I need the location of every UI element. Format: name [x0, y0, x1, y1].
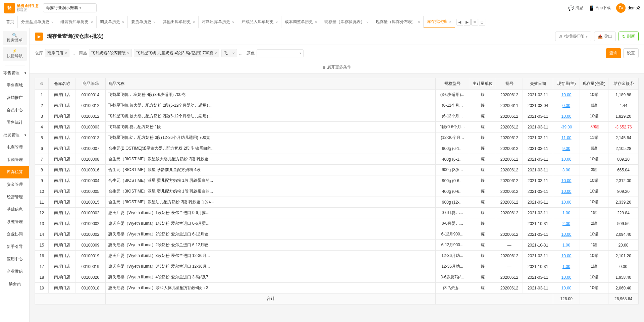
tab-close-3[interactable]: × — [122, 20, 124, 24]
tab-close-2[interactable]: × — [91, 20, 93, 24]
settings-icon[interactable]: ⚙ — [40, 82, 44, 86]
tab-2[interactable]: 组装拆卸单历史 × — [57, 16, 96, 28]
tab-9[interactable]: 现存量（库存状况表） × — [321, 16, 372, 28]
cell-batch: — — [496, 240, 523, 251]
warehouse-filter-tag[interactable]: 南岸门店 × — [45, 49, 69, 57]
tab-close-10[interactable]: × — [418, 20, 420, 24]
goods-filter-tag1[interactable]: 飞鹤奶粉3段丙搪装 × — [89, 49, 132, 57]
goods-filter-tag2[interactable]: 飞鹤星飞帆 儿童奶粉 4段(3-6岁适用) 700克 × — [134, 49, 219, 57]
color-filter-input[interactable]: ▾ — [257, 49, 304, 57]
tab-nav-left[interactable]: ◀ — [457, 19, 463, 25]
tab-6[interactable]: 材料出库单历史 × — [199, 16, 238, 28]
sidebar-item-retail-stats[interactable]: 零售统计 — [0, 116, 30, 129]
cell-expire: 2021-03-11 — [523, 122, 553, 132]
tab-close-1[interactable]: × — [51, 20, 53, 24]
tab-8[interactable]: 成本调整单历史 × — [281, 16, 321, 28]
expand-more-conditions-btn[interactable]: ⊕ 展开更多条件 — [35, 64, 639, 70]
sidebar-item-app-center[interactable]: 应用中心 — [0, 253, 30, 265]
cell-qty[interactable]: 2.00 — [553, 218, 580, 229]
goods-tag2-remove[interactable]: × — [215, 51, 217, 56]
sidebar-item-inventory[interactable]: 库存核算 — [0, 166, 30, 178]
print-button[interactable]: 🖨 按模板打印 ▾ — [555, 32, 591, 41]
tab-close-6[interactable]: × — [232, 20, 234, 24]
cell-qty[interactable]: 0.00 — [553, 100, 580, 111]
cell-qty[interactable]: 9.00 — [553, 143, 580, 154]
cell-qty[interactable]: 10.00 — [553, 186, 580, 197]
cell-qty[interactable]: 1.00 — [553, 240, 580, 251]
cell-qty[interactable]: 1.00 — [553, 208, 580, 218]
tab-11-active[interactable]: 库存批次账 × — [424, 16, 455, 28]
cell-qty[interactable]: 10.00 — [553, 197, 580, 208]
goods-filter-more[interactable]: ... — [239, 51, 243, 56]
cell-name: 合生元（BIOSTIME）派星 学龄前儿童配方奶粉 4段 — [106, 165, 436, 175]
cell-qty[interactable]: 10.00 — [553, 175, 580, 186]
sidebar-item-basics[interactable]: 基础信息 — [0, 203, 30, 216]
sidebar-item-retail-shop[interactable]: 零售商城 — [0, 79, 30, 92]
warehouse-filter-more[interactable]: ... — [71, 51, 75, 56]
tab-1[interactable]: 分量盘点单历史 × — [18, 16, 57, 28]
tab-close-8[interactable]: × — [315, 20, 317, 24]
cell-qty[interactable]: 1.00 — [553, 261, 580, 272]
cell-warehouse: 南岸门店 — [49, 175, 75, 186]
cell-qty[interactable]: 10.00 — [553, 283, 580, 293]
settings-button[interactable]: 设置 — [623, 48, 639, 58]
expand-sidebar-btn[interactable]: ▶ — [35, 33, 43, 41]
sidebar-item-wechat[interactable]: 企业微信 — [0, 265, 30, 278]
goods-tag1-remove[interactable]: × — [127, 51, 129, 56]
cell-qty[interactable]: 10.00 — [553, 229, 580, 240]
table-row: 19 南岸门店 00100018 惠氏启嬰（Wyeth illuma）亲和人体儿… — [35, 283, 639, 293]
tab-close-9[interactable]: × — [367, 20, 369, 24]
tab-close-4[interactable]: × — [153, 20, 155, 24]
warehouse-tag-remove[interactable]: × — [65, 51, 67, 56]
tab-nav-right[interactable]: ▶ — [464, 19, 471, 25]
account-selector[interactable]: 母婴行业演示账套 ▾ — [43, 3, 97, 12]
cell-spec: (6-12个月... — [436, 111, 469, 122]
app-download-button[interactable]: 📱 App下载 — [589, 5, 611, 11]
cell-qty[interactable]: 10.00 — [553, 272, 580, 283]
sidebar-item-retail-mgmt[interactable]: 零售管理 ▾ — [0, 67, 30, 79]
cell-qty[interactable]: 3.00 — [553, 165, 580, 175]
sidebar-item-newbie[interactable]: 新手引导 — [0, 240, 30, 253]
sidebar-item-member[interactable]: 会员中心 — [0, 104, 30, 116]
sidebar-item-purchase[interactable]: 采购管理 — [0, 154, 30, 166]
export-button[interactable]: 📤 导出 — [594, 32, 616, 41]
tab-3[interactable]: 调拨单历史 × — [97, 16, 128, 28]
cell-amount: 2,105.28 — [608, 143, 639, 154]
user-profile[interactable]: Ea demo2 — [616, 3, 640, 13]
sidebar-item-vip[interactable]: 畅会员 — [0, 278, 30, 290]
sidebar-item-finance[interactable]: 资金管理 — [0, 178, 30, 191]
tab-menu[interactable]: ⊡ — [479, 19, 485, 25]
goods-filter-tag3[interactable]: 飞... × — [221, 49, 237, 57]
cell-qty[interactable]: 10.00 — [553, 154, 580, 165]
col-header-settings[interactable]: ⚙ — [35, 78, 49, 90]
tab-home[interactable]: 首页 — [3, 16, 18, 28]
goods-tag3-remove[interactable]: × — [232, 51, 235, 56]
cell-qty[interactable]: -39.00 — [553, 122, 580, 132]
tab-10[interactable]: 现存量（库存分布表） × — [372, 16, 424, 28]
sidebar-item-system[interactable]: 系统管理 — [0, 216, 30, 228]
sidebar-item-operations[interactable]: 经营管理 — [0, 191, 30, 203]
sidebar-item-collab[interactable]: 企业协同 — [0, 228, 30, 240]
sidebar-item-marketing[interactable]: 营销推广 — [0, 92, 30, 104]
sidebar-search[interactable]: 🔍 搜索菜单 — [3, 31, 27, 45]
sidebar-item-wholesale[interactable]: 批发管理 ▾ — [0, 129, 30, 141]
refresh-button[interactable]: ↻ 刷新 — [619, 32, 639, 41]
sidebar-quick-nav[interactable]: ⚡ 快捷导航 — [3, 47, 27, 61]
tab-7[interactable]: 产成品入库单历史 × — [238, 16, 281, 28]
cell-qty[interactable]: 10.00 — [553, 251, 580, 261]
message-button[interactable]: 💬 消息 — [568, 5, 583, 11]
cell-qty[interactable]: 11.00 — [553, 132, 580, 143]
cell-warehouse: 南岸门店 — [49, 218, 75, 229]
cell-qty[interactable]: 10.00 — [553, 90, 580, 100]
tab-4[interactable]: 要货单历史 × — [128, 16, 159, 28]
tab-close-5[interactable]: × — [193, 20, 195, 24]
tab-close-current[interactable]: ✕ — [471, 19, 478, 25]
cell-qty[interactable]: 10.00 — [553, 111, 580, 122]
tab-close-11[interactable]: × — [449, 20, 451, 24]
cell-unit: 罐 — [469, 261, 496, 272]
tab-close-7[interactable]: × — [276, 20, 278, 24]
goods-filter-label: 商品 — [79, 50, 87, 56]
tab-5[interactable]: 其他出库单历史 × — [159, 16, 199, 28]
query-button[interactable]: 查询 — [606, 48, 621, 58]
sidebar-item-ecommerce[interactable]: 电商管理 — [0, 141, 30, 154]
